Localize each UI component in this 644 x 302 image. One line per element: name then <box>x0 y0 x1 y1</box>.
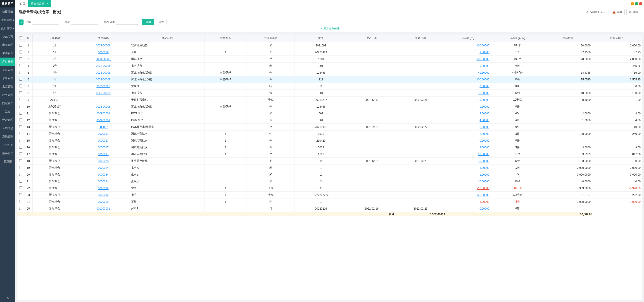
row-checkbox[interactable] <box>19 187 22 189</box>
cell-qtymain[interactable]: 1.00000 <box>445 171 491 178</box>
export-button[interactable]: 📤 导出 <box>610 9 624 15</box>
row-checkbox[interactable] <box>19 153 22 156</box>
row-checkbox[interactable] <box>19 173 22 176</box>
cell-code[interactable]: 0000017 <box>77 144 130 151</box>
cell-code[interactable]: 000097 <box>77 124 130 130</box>
cell-code[interactable]: 0023-00009 <box>77 42 130 49</box>
sidebar-item-经营管理[interactable]: 经营管理 <box>0 116 16 124</box>
cell-code[interactable]: 0000078 <box>77 158 130 165</box>
warehouse-input[interactable] <box>32 20 59 25</box>
cell-qtymain[interactable]: -16.00000 <box>445 185 491 192</box>
sidebar-item-采购管理[interactable]: 采购管理 <box>0 49 16 58</box>
cell-qtymain[interactable]: 122.00000 <box>445 192 491 199</box>
cell-code[interactable]: 0000029 <box>77 199 130 205</box>
sidebar-item-小幺电商[interactable]: 小幺电商 <box>0 32 16 41</box>
cell-qtymain[interactable]: 100.00000 <box>445 56 491 63</box>
row-checkbox[interactable] <box>19 159 22 162</box>
cell-qtymain[interactable]: 0.00000 <box>445 124 491 130</box>
cell-code[interactable]: 001000026 <box>77 83 130 90</box>
search-button[interactable]: 查询 <box>142 19 154 25</box>
cell-code[interactable]: 0023-00008 <box>77 103 130 110</box>
cell-qtymain[interactable]: 10.00000 <box>445 96 491 103</box>
cell-code[interactable]: 0023-00005 <box>77 63 130 69</box>
sidebar-item-电商管理[interactable]: 电商管理 <box>0 41 16 49</box>
sidebar-item-系统管理[interactable]: 系统管理 <box>0 132 16 141</box>
sidebar-item-快捷导航[interactable]: 快捷导航 <box>0 8 16 16</box>
tab-current[interactable]: 库存批次查 × <box>28 0 51 7</box>
cell-qtymain[interactable]: 4.00000 <box>445 117 491 124</box>
row-checkbox[interactable] <box>19 78 22 81</box>
cell-code[interactable]: 0000012 <box>77 192 130 199</box>
window-minimize-button[interactable] <box>631 2 634 5</box>
category-select[interactable] <box>116 20 138 25</box>
row-checkbox[interactable] <box>19 118 22 121</box>
cell-qtymain[interactable]: 10.00000 <box>445 178 491 185</box>
row-checkbox[interactable] <box>19 98 22 101</box>
cell-qtymain[interactable]: 49.60000 <box>445 69 491 76</box>
sidebar-item-零售管理[interactable]: 零售管理 ▾ <box>0 16 16 24</box>
row-checkbox[interactable] <box>19 57 22 60</box>
row-checkbox[interactable] <box>19 91 22 94</box>
sidebar-item-工资[interactable]: 工资 <box>0 108 16 116</box>
cell-qtymain[interactable]: 0.00000 <box>445 103 491 110</box>
row-checkbox[interactable] <box>19 105 22 108</box>
sidebar-item-企业协同[interactable]: 企业协同 <box>0 141 16 149</box>
cell-code[interactable]: 0000084 <box>77 165 130 171</box>
sidebar-search[interactable]: 搜索菜单 <box>0 0 16 8</box>
window-maximize-button[interactable] <box>635 2 638 5</box>
print-button[interactable]: 🖨 按模板打印 ▾ <box>584 9 608 15</box>
collapse-button[interactable]: › <box>19 20 24 25</box>
cell-qtymain[interactable]: 0.00000 <box>445 63 491 69</box>
tab-home[interactable]: 首页 <box>17 0 28 7</box>
tab-close-icon[interactable]: × <box>46 2 48 5</box>
expand-conditions-button[interactable]: ▼ 展开更多条件 <box>320 27 340 30</box>
cell-code[interactable]: 0000017 <box>77 137 130 144</box>
cell-qtymain[interactable]: 4.00000 <box>445 110 491 117</box>
row-checkbox[interactable] <box>19 139 22 142</box>
row-checkbox[interactable] <box>19 44 22 47</box>
cell-qtymain[interactable]: 1.00000 <box>445 165 491 171</box>
cell-qtymain[interactable]: 100.00000 <box>445 42 491 49</box>
cell-qtymain[interactable]: 1.00000 <box>445 49 491 56</box>
cell-code[interactable]: 0023-0000... <box>77 56 130 63</box>
sidebar-item-总账管理[interactable]: 总账管理 <box>0 74 16 82</box>
cell-code[interactable]: 0000084 <box>77 171 130 178</box>
select-all-checkbox[interactable] <box>19 37 22 39</box>
cell-qtymain[interactable]: 100.00000 <box>445 76 491 83</box>
window-close-button[interactable] <box>639 2 642 5</box>
display-button[interactable]: 👁 显示 <box>626 9 640 15</box>
row-checkbox[interactable] <box>19 125 22 128</box>
sidebar-item-资金管理[interactable]: 资金管理 <box>0 66 16 74</box>
cell-qtymain[interactable]: 3.00000 <box>445 144 491 151</box>
row-checkbox[interactable] <box>19 112 22 115</box>
cell-qtymain[interactable]: 0.00000 <box>445 83 491 90</box>
cell-code[interactable]: 0023-00008 <box>77 76 130 83</box>
cell-code[interactable]: 0000017 <box>77 130 130 137</box>
sidebar-item-发票管理[interactable]: 发票管理 <box>0 82 16 91</box>
sidebar-item-固定资产[interactable]: 固定资产 <box>0 99 16 108</box>
cell-code[interactable]: 000900001 <box>77 117 130 124</box>
row-checkbox[interactable] <box>19 207 22 210</box>
row-checkbox[interactable] <box>19 200 22 203</box>
cell-qtymain[interactable]: 10.00000 <box>445 158 491 165</box>
row-checkbox[interactable] <box>19 132 22 135</box>
sidebar-settings[interactable]: ⚙ <box>0 294 16 302</box>
row-checkbox[interactable] <box>19 64 22 67</box>
cell-qtymain[interactable]: -1.00000 <box>445 199 491 205</box>
row-checkbox[interactable] <box>19 180 22 183</box>
sidebar-item-税务管理[interactable]: 税务管理 <box>0 91 16 99</box>
goods-input[interactable] <box>71 20 98 25</box>
cell-code[interactable]: 000900001 <box>77 110 130 117</box>
cell-code[interactable]: 0000084 <box>77 178 130 185</box>
cell-qtymain[interactable]: 0.00000 <box>445 205 491 212</box>
cell-code[interactable]: 001000031 <box>77 205 130 212</box>
sidebar-item-基础信息[interactable]: 基础信息 <box>0 124 16 132</box>
row-checkbox[interactable] <box>19 84 22 87</box>
sidebar-item-库存核查[interactable]: 库存核查 <box>0 58 16 66</box>
cell-qtymain[interactable]: 0.00000 <box>445 137 491 144</box>
cell-code[interactable]: 0000029 <box>77 49 130 56</box>
row-checkbox[interactable] <box>19 146 22 149</box>
cell-code[interactable] <box>77 96 130 103</box>
row-checkbox[interactable] <box>19 193 22 196</box>
cell-qtymain[interactable]: 2.00000 <box>445 130 491 137</box>
